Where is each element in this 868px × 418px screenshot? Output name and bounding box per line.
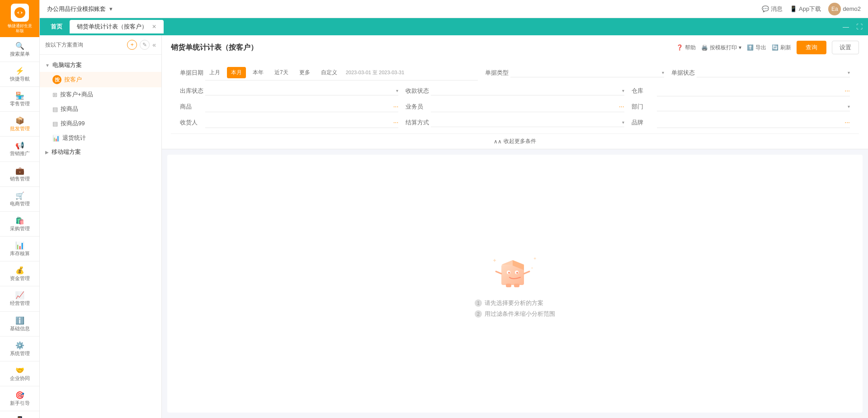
date-btn-more[interactable]: 更多 <box>295 67 314 78</box>
close-tab-icon[interactable]: ✕ <box>152 24 156 30</box>
salesman-dots-icon[interactable]: ··· <box>619 103 624 110</box>
sidebar-item-sales-mgmt[interactable]: 💼 销售管理 <box>0 162 39 187</box>
tree-item-return-stats[interactable]: 📊 退货统计 <box>40 131 161 145</box>
goods-dots-icon[interactable]: ··· <box>393 103 399 110</box>
doc-type-dropdown-icon[interactable]: ▾ <box>662 70 664 75</box>
filter-doc-status-control[interactable]: ▾ <box>697 68 850 77</box>
filter-department-control[interactable]: ▾ <box>657 102 850 111</box>
filter-goods: 商品 ··· <box>180 101 398 112</box>
tabbar: 首页 销货单统计计表（按客户） ✕ — ⛶ <box>40 18 868 35</box>
empty-tips: 1 请先选择要分析的方案 2 用过滤条件来缩小分析范围 <box>475 299 555 321</box>
edit-plan-btn[interactable]: ✎ <box>140 40 150 50</box>
sidebar-item-system-mgmt[interactable]: ⚙️ 系统管理 <box>0 337 39 361</box>
tree-item-label: 按商品 <box>61 105 78 113</box>
sidebar-item-marketing[interactable]: 📢 营销推广 <box>0 137 39 162</box>
tree-item-by-customer[interactable]: 按 按客户 <box>40 72 161 87</box>
sidebar-item-onboarding[interactable]: 🎯 新手引导 <box>0 386 39 411</box>
filter-doc-type: 单据类型 ▾ <box>485 68 664 77</box>
app-download-btn[interactable]: 📱 App下载 <box>790 5 821 13</box>
sidebar-item-label: 电商管理 <box>10 201 30 207</box>
sidebar-item-label: 资金管理 <box>10 276 30 281</box>
sidebar-item-enterprise[interactable]: 🤝 企业协同 <box>0 361 39 386</box>
filter-goods-label: 商品 <box>180 103 205 111</box>
date-btn-this-month[interactable]: 本月 <box>227 67 246 78</box>
date-btn-last-7[interactable]: 近7天 <box>270 67 292 78</box>
sidebar-item-retail-mgmt[interactable]: 🏪 零售管理 <box>0 87 39 112</box>
filter-receiver: 收货人 ··· <box>180 117 398 128</box>
maximize-icon[interactable]: ⛶ <box>854 21 864 32</box>
brand-dots-icon[interactable]: ··· <box>844 119 850 126</box>
sidebar-item-inventory[interactable]: 📊 库存核算 <box>0 237 39 261</box>
settlement-dropdown-icon[interactable]: ▾ <box>622 120 624 125</box>
tab-home[interactable]: 首页 <box>43 20 70 33</box>
active-dot-icon: 按 <box>52 75 61 84</box>
help-btn[interactable]: ❓ 帮助 <box>676 44 696 52</box>
sidebar-item-purchase-mgmt[interactable]: 🛍️ 采购管理 <box>0 212 39 237</box>
sidebar-item-wholesale-mgmt[interactable]: 📦 批发管理 <box>0 112 39 137</box>
add-plan-btn[interactable]: + <box>127 40 137 50</box>
receiver-dots-icon[interactable]: ··· <box>393 119 399 126</box>
topbar-dropdown[interactable]: ▾ <box>109 5 113 12</box>
settings-button[interactable]: 设置 <box>832 41 859 54</box>
print-btn[interactable]: 🖨️ 按模板打印 ▾ <box>701 44 741 52</box>
filter-doc-type-control[interactable]: ▾ <box>510 68 664 77</box>
sidebar-item-basic-info[interactable]: ℹ️ 基础信息 <box>0 312 39 337</box>
out-status-dropdown-icon[interactable]: ▾ <box>396 88 398 93</box>
empty-state: ✦ ✦ ✦ 1 请先选择要分析的方案 2 用过滤条件来缩小分析范围 <box>167 155 863 413</box>
filter-brand-control[interactable]: ··· <box>657 117 850 128</box>
sidebar-item-label: 新手引导 <box>10 400 30 406</box>
tree-item-by-goods[interactable]: ▤ 按商品 <box>40 102 161 116</box>
page-title: 销货单统计计表（按客户） <box>171 43 258 52</box>
collapse-panel-btn[interactable]: « <box>152 41 156 48</box>
table-icon: ▤ <box>52 106 58 113</box>
sidebar-item-quick-nav[interactable]: ⚡ 快捷导航 <box>0 62 39 87</box>
sidebar-item-ecommerce[interactable]: 🛒 电商管理 <box>0 187 39 212</box>
filter-area: 单据日期 上月 本月 本年 近7天 更多 自定义 2023-03-01 至 20… <box>171 60 859 133</box>
export-btn[interactable]: ⬆️ 导出 <box>747 44 766 52</box>
minimize-icon[interactable]: — <box>841 21 851 32</box>
filter-warehouse-control[interactable]: ··· <box>657 85 850 96</box>
query-button[interactable]: 查询 <box>797 41 826 54</box>
filter-department-label: 部门 <box>632 103 657 111</box>
date-btn-custom[interactable]: 自定义 <box>317 67 341 78</box>
filter-settlement-control[interactable]: ▾ <box>431 118 624 127</box>
filter-receipt-status-control[interactable]: ▾ <box>431 86 624 95</box>
warehouse-dots-icon[interactable]: ··· <box>844 87 850 94</box>
date-btn-this-year[interactable]: 本年 <box>249 67 268 78</box>
sidebar-item-label: 库存核算 <box>10 251 30 256</box>
content-area: 按以下方案查询 + ✎ « ▼ 电脑端方案 <box>40 35 868 418</box>
sidebar-item-operations[interactable]: 📈 经营管理 <box>0 286 39 311</box>
collapse-more-btn[interactable]: ∧∧ 收起更多条件 <box>171 133 859 149</box>
doc-status-dropdown-icon[interactable]: ▾ <box>848 70 850 75</box>
sidebar-item-finance-mgmt[interactable]: 💰 资金管理 <box>0 261 39 286</box>
filter-salesman-control[interactable]: ··· <box>431 101 624 112</box>
tree-group-desktop[interactable]: ▼ 电脑端方案 <box>40 58 161 72</box>
page-header-actions: ❓ 帮助 🖨️ 按模板打印 ▾ ⬆️ 导出 � <box>676 41 859 54</box>
filter-doc-status: 单据状态 ▾ <box>671 68 850 77</box>
department-dropdown-icon[interactable]: ▾ <box>848 104 850 109</box>
sidebar-item-label: 销售管理 <box>10 176 30 182</box>
sidebar-item-label: 企业协同 <box>10 375 30 381</box>
tab-sales-stats-label: 销货单统计计表（按客户） <box>77 23 147 31</box>
receipt-status-dropdown-icon[interactable]: ▾ <box>622 88 624 93</box>
logo-icon <box>11 4 29 22</box>
filter-salesman-label: 业务员 <box>406 103 431 111</box>
tree-item-by-customer-goods[interactable]: ⊞ 按客户+商品 <box>40 87 161 102</box>
filter-receipt-status-label: 收款状态 <box>406 87 431 95</box>
main-area: 办公用品行业模拟账套 ▾ 💬 消息 📱 App下载 Ea demo2 <box>40 0 868 418</box>
sidebar-item-label: 批发管理 <box>10 126 30 132</box>
user-menu-btn[interactable]: Ea demo2 <box>828 3 861 15</box>
filter-out-status-control[interactable]: ▾ <box>205 86 398 95</box>
messages-btn[interactable]: 💬 消息 <box>762 5 783 13</box>
filter-goods-control[interactable]: ··· <box>205 101 398 112</box>
filter-receiver-control[interactable]: ··· <box>205 117 398 128</box>
sidebar-item-search-menu[interactable]: 🔍 搜索菜单 <box>0 37 39 62</box>
tab-sales-stats[interactable]: 销货单统计计表（按客户） ✕ <box>70 20 164 33</box>
refresh-btn[interactable]: 🔄 刷新 <box>772 44 791 52</box>
topbar-left: 办公用品行业模拟账套 ▾ <box>47 5 113 13</box>
tree-item-by-goods-99[interactable]: ▤ 按商品99 <box>40 116 161 131</box>
sidebar-item-app-center[interactable]: 📱 应用中心 <box>0 411 39 418</box>
finance-icon: 💰 <box>15 266 24 275</box>
tree-group-mobile[interactable]: ▶ 移动端方案 <box>40 145 161 159</box>
date-btn-last-month[interactable]: 上月 <box>205 67 224 78</box>
